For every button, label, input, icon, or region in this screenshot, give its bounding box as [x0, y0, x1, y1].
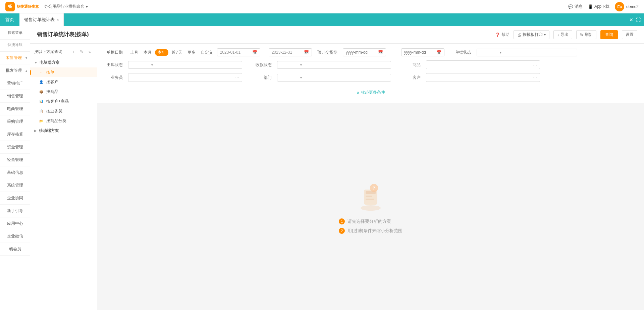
- status-select[interactable]: ▾: [477, 49, 577, 56]
- empty-tip-2: 2 用[过滤]条件来缩小分析范围: [339, 228, 402, 234]
- date-to-input-wrap: 📅: [269, 48, 312, 56]
- scheme-item-by-order[interactable]: ○ 按单: [30, 67, 97, 77]
- sidebar-item-operations-label: 经营管理: [7, 157, 23, 163]
- dept-label: 部门: [253, 75, 272, 81]
- dept-select[interactable]: ▾: [277, 74, 391, 82]
- main-content: 单据日期 上月 本月 本年 近7天 更多 自定义: [97, 44, 644, 310]
- user-area[interactable]: Ea demo2: [615, 2, 639, 11]
- tab-close-icon[interactable]: ×: [57, 18, 59, 22]
- close-tab-button[interactable]: ✕: [629, 17, 633, 22]
- sidebar-item-finance[interactable]: 资金管理: [0, 141, 30, 154]
- settings-button[interactable]: 设置: [622, 30, 637, 39]
- goods-category-scheme-icon: 📂: [39, 119, 44, 123]
- logo-icon: 畅: [5, 2, 15, 11]
- scheme-item-by-customer-goods[interactable]: 📊 按客户+商品: [30, 97, 97, 106]
- help-button[interactable]: ❓ 帮助: [495, 32, 509, 38]
- date-btn-last-month[interactable]: 上月: [128, 49, 140, 56]
- payment-label: 收款状态: [253, 62, 272, 68]
- sidebar-item-wholesale[interactable]: 批发管理 ▴: [0, 64, 30, 77]
- scheme-item-by-staff[interactable]: 📋 按业务员: [30, 106, 97, 116]
- sidebar-item-operations[interactable]: 经营管理: [0, 154, 30, 166]
- quick-nav-label: 快捷导航: [3, 41, 27, 49]
- refresh-icon: ↻: [580, 33, 583, 37]
- message-button[interactable]: 💬 消息: [568, 4, 583, 9]
- scheme-panel-actions: ＋ ✎ «: [70, 48, 93, 55]
- app-selector[interactable]: 办公用品行业模拟账套 ▾: [42, 3, 90, 10]
- help-icon: ❓: [495, 33, 500, 37]
- print-template-button[interactable]: 🖨 按模板打印 ▾: [514, 30, 549, 39]
- sidebar-quick-nav: 快捷导航: [0, 40, 30, 52]
- sidebar-item-marketing[interactable]: 营销推广: [0, 77, 30, 90]
- sidebar-item-basics[interactable]: 基础信息: [0, 166, 30, 179]
- sidebar-item-enterprise[interactable]: 企业协同: [0, 192, 30, 205]
- staff-select-dots[interactable]: ···: [235, 75, 239, 80]
- date-from-input[interactable]: [220, 50, 250, 55]
- sidebar-search-area: 搜索菜单: [0, 26, 30, 40]
- filter-area: 单据日期 上月 本月 本年 近7天 更多 自定义: [97, 44, 644, 103]
- date-btn-this-year[interactable]: 本年: [155, 49, 168, 56]
- page-title: 销售订单统计表(按单): [37, 31, 89, 42]
- expected-date-to-input[interactable]: [404, 50, 434, 55]
- page-body: 按以下方案查询 ＋ ✎ « ▼ 电脑端方案 ○ 按单: [30, 44, 644, 310]
- query-button[interactable]: 查询: [600, 30, 618, 39]
- expected-date-from-input[interactable]: [346, 50, 376, 55]
- goods-select-dots[interactable]: ···: [533, 62, 537, 67]
- sidebar-item-enterprise-label: 企业协同: [7, 195, 23, 201]
- edit-scheme-button[interactable]: ✎: [78, 48, 85, 55]
- customer-input[interactable]: [429, 75, 530, 80]
- message-icon: 💬: [568, 4, 573, 9]
- collapse-bar[interactable]: ∧ 收起更多条件: [104, 86, 637, 99]
- query-label: 查询: [605, 32, 613, 38]
- sidebar-item-purchase[interactable]: 采购管理: [0, 115, 30, 128]
- shipment-select[interactable]: ▾: [128, 61, 242, 69]
- sidebar-item-appcenter[interactable]: 应用中心: [0, 217, 30, 230]
- add-scheme-button[interactable]: ＋: [70, 48, 77, 55]
- scheme-item-by-staff-label: 按业务员: [46, 108, 62, 114]
- collapse-icon: ▶: [34, 129, 37, 133]
- sidebar-item-ecommerce[interactable]: 电商管理: [0, 103, 30, 115]
- scheme-item-by-goods[interactable]: 📦 按商品: [30, 87, 97, 97]
- refresh-button[interactable]: ↻ 刷新: [576, 30, 596, 39]
- sidebar-item-inventory[interactable]: 库存核算: [0, 128, 30, 141]
- search-menu-button[interactable]: 搜索菜单: [3, 29, 27, 37]
- tab-home[interactable]: 首页: [0, 13, 19, 26]
- settings-label: 设置: [626, 32, 634, 38]
- export-button[interactable]: ↓ 导出: [553, 30, 572, 39]
- calendar-icon-3: 📅: [378, 50, 383, 55]
- sidebar-item-retail[interactable]: 零售管理 ▾: [0, 52, 30, 64]
- staff-input[interactable]: [131, 75, 232, 80]
- date-btn-last-7days[interactable]: 近7天: [170, 49, 184, 56]
- mobile-group-label: 移动端方案: [39, 128, 59, 134]
- collapse-scheme-button[interactable]: «: [86, 48, 93, 55]
- fullscreen-button[interactable]: ⛶: [636, 17, 641, 22]
- app-download-button[interactable]: 📱 App下载: [588, 4, 609, 9]
- goods-input[interactable]: [429, 62, 530, 67]
- sidebar-item-member[interactable]: 畅会员: [0, 243, 30, 256]
- scheme-item-by-goods-category[interactable]: 📂 按商品分类: [30, 116, 97, 126]
- sidebar-item-newguide[interactable]: 新手引导: [0, 205, 30, 217]
- logo-abbr: 畅: [8, 4, 12, 9]
- expected-date-sep: —: [391, 50, 396, 55]
- sidebar-item-finance-label: 资金管理: [7, 144, 23, 150]
- export-icon: ↓: [557, 33, 559, 37]
- mobile-scheme-group-header[interactable]: ▶ 移动端方案: [30, 126, 97, 136]
- date-btn-this-month[interactable]: 本月: [142, 49, 154, 56]
- sidebar-item-system[interactable]: 系统管理: [0, 179, 30, 192]
- status-select-arrow: ▾: [500, 51, 501, 54]
- date-btn-custom[interactable]: 自定义: [199, 49, 215, 56]
- filter-row-3: 业务员 ··· 部门 ▾ 客户 ···: [104, 73, 637, 82]
- sidebar-item-newguide-label: 新手引导: [7, 208, 23, 214]
- sidebar-item-corpwx[interactable]: 企业微信: [0, 230, 30, 243]
- customer-select-dots[interactable]: ···: [533, 75, 537, 80]
- tab-sales-order-stats[interactable]: 销售订单统计表 ×: [19, 13, 64, 26]
- scheme-item-by-customer-goods-label: 按客户+商品: [46, 99, 69, 104]
- date-to-input[interactable]: [272, 50, 302, 55]
- payment-select[interactable]: ▾: [277, 61, 391, 69]
- staff-scheme-icon: 📋: [39, 109, 44, 114]
- sidebar-item-sales[interactable]: 销售管理: [0, 90, 30, 103]
- date-btn-more[interactable]: 更多: [185, 49, 198, 56]
- scheme-item-by-customer[interactable]: 👤 按客户: [30, 77, 97, 87]
- logo-text: 畅捷通好生意: [17, 4, 39, 9]
- pc-scheme-group-header[interactable]: ▼ 电脑端方案: [30, 58, 97, 67]
- sidebar-item-marketing-label: 营销推广: [7, 81, 23, 86]
